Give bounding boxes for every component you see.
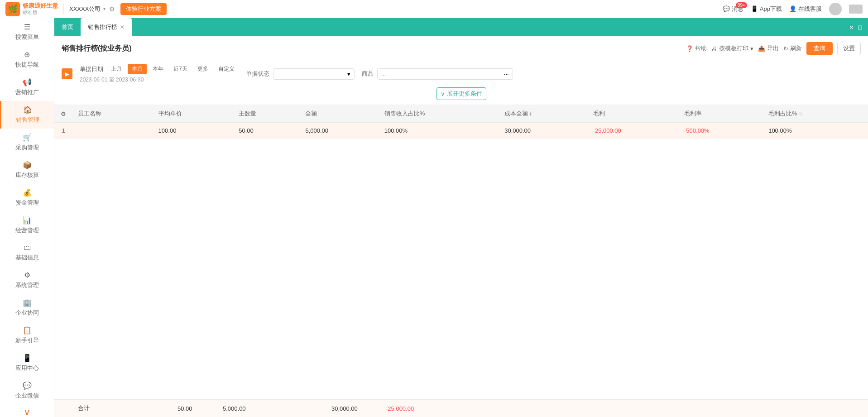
sidebar-item-enterprise[interactable]: 🏢 企业协同 (0, 294, 54, 321)
page-actions: ❓ 帮助 🖨 按模板打印 ▾ 📤 导出 ↻ 刷新 (686, 42, 861, 55)
footer-label: 合计 (78, 404, 132, 412)
tab-bar-right: ✕ ⊡ (849, 24, 868, 31)
sidebar-item-newbie[interactable]: 📋 新手引导 (0, 321, 54, 349)
sidebar-item-wechat[interactable]: 💬 企业微信 (0, 377, 54, 404)
table-container: ⚙ 员工名称 平均单价 主数量 全额 销售收入占比% 成本全额 ℹ 毛利 毛利率… (54, 105, 868, 399)
sidebar-item-search[interactable]: ☰ 搜索菜单 (0, 18, 54, 46)
cell-avg-price: 100.00 (153, 123, 234, 139)
finance-icon: 💰 (23, 188, 32, 197)
sidebar-item-member[interactable]: V 畅会员 (0, 404, 54, 417)
col-employee: 员工名称 (72, 105, 153, 123)
tab-sales-ranking[interactable]: 销售排行榜 ✕ (81, 18, 132, 36)
status-filter-label: 单据状态 (246, 70, 269, 78)
export-button[interactable]: 📤 导出 (758, 44, 779, 53)
sidebar-item-operations[interactable]: 📊 经营管理 (0, 211, 54, 239)
date-btn-this-year[interactable]: 本年 (149, 64, 168, 74)
help-icon: ❓ (686, 45, 693, 52)
expand-more-button[interactable]: ∨ 展开更多条件 (436, 87, 486, 100)
newbie-icon: 📋 (23, 326, 32, 335)
app-subtitle: 标准版 (23, 10, 58, 15)
sidebar-item-purchase[interactable]: 🛒 采购管理 (0, 129, 54, 156)
col-settings[interactable]: ⚙ (54, 105, 72, 123)
sidebar-item-sales[interactable]: 🏠 销售管理 (0, 101, 54, 129)
page-content: 销售排行榜(按业务员) ❓ 帮助 🖨 按模板打印 ▾ 📤 导出 (54, 36, 868, 417)
date-btn-last-month[interactable]: 上月 (107, 64, 126, 74)
date-btn-more[interactable]: 更多 (193, 64, 212, 74)
goods-search-input[interactable] (381, 71, 504, 77)
sidebar-item-basic[interactable]: 🗃 基础信息 (0, 239, 54, 266)
purchase-icon: 🛒 (23, 133, 32, 142)
settings-button[interactable]: 设置 (837, 42, 861, 55)
online-service-btn[interactable]: 👤 在线客服 (789, 5, 822, 13)
tab-close-icon[interactable]: ✕ (120, 24, 125, 30)
message-btn[interactable]: 💬 消息 99+ (723, 5, 743, 13)
col-gross-pct[interactable]: 毛利占比% ⇅ (763, 105, 868, 123)
template-print-button[interactable]: 🖨 按模板打印 ▾ (711, 44, 753, 53)
footer-amount: 5,000.00 (223, 405, 277, 412)
refresh-button[interactable]: ↻ 刷新 (783, 44, 802, 53)
sidebar-item-marketing[interactable]: 📢 营销推广 (0, 73, 54, 101)
filter-collapse-icon[interactable]: ▶ (62, 68, 72, 79)
service-icon: 👤 (789, 5, 796, 12)
app-name: 畅康通好生意 (23, 2, 58, 10)
footer-cost: 30,000.00 (331, 405, 386, 412)
status-filter: 单据状态 ▾ (246, 68, 355, 80)
search-menu-icon: ☰ (24, 23, 30, 31)
date-btn-custom[interactable]: 自定义 (214, 64, 239, 74)
col-amount: 全额 (300, 105, 379, 123)
sidebar-item-finance[interactable]: 💰 资金管理 (0, 184, 54, 211)
sidebar-item-inventory[interactable]: 📦 库存核算 (0, 156, 54, 184)
date-buttons: 上月 本月 本年 近7天 更多 自定义 (107, 64, 239, 74)
app-download-btn[interactable]: 📱 App下载 (751, 5, 782, 13)
status-select[interactable]: ▾ (273, 68, 355, 80)
window-close-icon[interactable]: ✕ (849, 24, 854, 31)
sidebar-label-purchase: 采购管理 (15, 144, 39, 152)
inventory-icon: 📦 (23, 161, 32, 169)
table-header-row: ⚙ 员工名称 平均单价 主数量 全额 销售收入占比% 成本全额 ℹ 毛利 毛利率… (54, 105, 868, 123)
help-button[interactable]: ❓ 帮助 (686, 44, 707, 53)
cell-sales-pct: 100.00% (379, 123, 499, 139)
date-btn-7days[interactable]: 近7天 (169, 64, 192, 74)
sidebar-label-enterprise: 企业协同 (15, 309, 39, 317)
trial-button[interactable]: 体验行业方案 (120, 3, 167, 15)
wechat-icon: 💬 (23, 381, 32, 390)
sidebar-label-inventory: 库存核算 (15, 171, 39, 179)
print-icon: 🖨 (711, 45, 717, 52)
date-btn-this-month[interactable]: 本月 (128, 64, 147, 74)
cell-gross-rate: -500.00% (679, 123, 763, 139)
tab-home[interactable]: 首页 (54, 18, 81, 36)
goods-filter: 商品 ··· (362, 68, 513, 80)
cell-cost: 30,000.00 (499, 123, 587, 139)
export-label: 导出 (767, 44, 779, 53)
marketing-icon: 📢 (23, 78, 32, 86)
sidebar-label-basic: 基础信息 (15, 254, 39, 262)
status-chevron-icon: ▾ (347, 71, 350, 77)
footer-gross: -25,000.00 (386, 405, 440, 412)
template-print-label: 按模板打印 (719, 44, 748, 53)
col-qty: 主数量 (233, 105, 300, 123)
goods-input-wrapper[interactable]: ··· (377, 68, 513, 80)
sidebar-label-marketing: 营销推广 (15, 88, 39, 96)
date-filter-label: 单据日期 (80, 65, 103, 73)
help-label: 帮助 (695, 44, 707, 53)
main-layout: ☰ 搜索菜单 ⊕ 快捷导航 📢 营销推广 🏠 销售管理 🛒 采购管理 📦 库存核… (0, 18, 868, 417)
operations-icon: 📊 (23, 216, 32, 225)
export-icon: 📤 (758, 45, 765, 52)
company-selector[interactable]: XXXXX公司 ▾ (69, 5, 106, 13)
goods-filter-label: 商品 (362, 70, 374, 78)
date-range-display: 2023-06-01 至 2023-06-30 (80, 76, 239, 84)
window-expand-icon[interactable]: ⊡ (858, 24, 863, 31)
sidebar-item-shortcut[interactable]: ⊕ 快捷导航 (0, 46, 54, 73)
active-tab-label: 销售排行榜 (88, 23, 117, 31)
company-settings-icon[interactable]: ⚙ (109, 5, 115, 13)
sidebar-label-finance: 资金管理 (15, 199, 39, 207)
sidebar-item-apps[interactable]: 📱 应用中心 (0, 349, 54, 377)
shortcut-icon: ⊕ (24, 50, 30, 59)
goods-dots-icon: ··· (504, 71, 509, 77)
sidebar-item-system[interactable]: ⚙ 系统管理 (0, 266, 54, 294)
query-button[interactable]: 查询 (806, 42, 833, 55)
sidebar-label-operations: 经营管理 (15, 226, 39, 235)
sidebar-label-sales: 销售管理 (16, 116, 39, 124)
user-avatar[interactable] (829, 3, 842, 15)
refresh-label: 刷新 (790, 44, 802, 53)
